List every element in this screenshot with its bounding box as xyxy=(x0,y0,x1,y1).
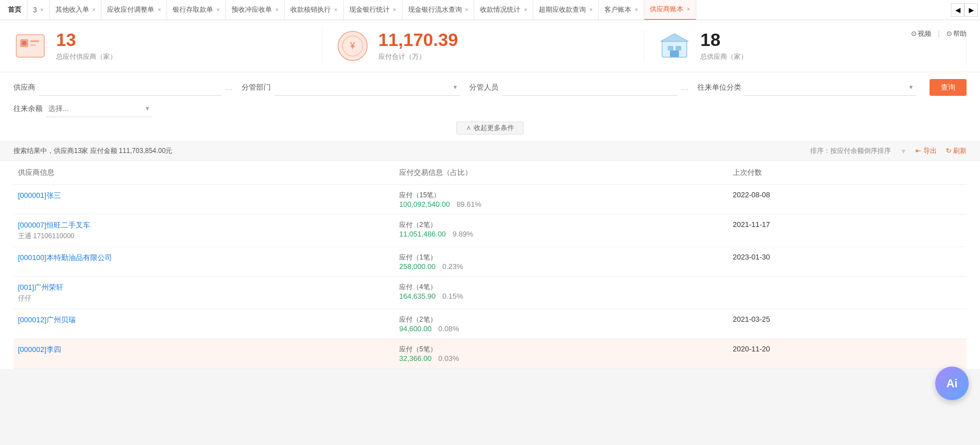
nav-tab-cash-flow[interactable]: 现金银行流水查询 × xyxy=(403,0,475,20)
tx-info-cell: 应付（2笔）11,051,486.009.89% xyxy=(395,215,728,247)
summary-card-total-payable: ¥ 11,170.39 应付合计（万） xyxy=(322,29,645,63)
customer-ledger-close[interactable]: × xyxy=(635,7,638,13)
video-link[interactable]: ⊙视频 xyxy=(911,29,931,39)
nav-tab-home[interactable]: 首页 xyxy=(2,0,27,20)
supplier-link[interactable]: [001]广州荣轩 xyxy=(18,283,63,291)
amount-link[interactable]: 164,635.90 xyxy=(399,292,436,300)
tab-3-close[interactable]: × xyxy=(40,7,44,13)
supplier-info-cell: [000100]本特勤油品有限公司 xyxy=(13,247,395,277)
supplier-icon xyxy=(658,29,691,63)
supplier-dots-btn[interactable]: ... xyxy=(225,82,232,92)
table-row: [000002]李四应付（5笔）32,366.000.03%2020-11-20 xyxy=(13,339,967,369)
sort-label[interactable]: 排序：按应付余额倒序排序 xyxy=(810,146,891,156)
nav-tab-supplier-ledger[interactable]: 供应商账本 × xyxy=(644,0,696,20)
nav-tab-collection[interactable]: 收款核销执行 × xyxy=(285,0,344,20)
nav-tab-customer-ledger[interactable]: 客户账本 × xyxy=(599,0,644,20)
amount-link[interactable]: 32,366.00 xyxy=(399,354,432,363)
last-pay-cell: 2020-11-20 xyxy=(728,339,967,369)
person-filter-input[interactable] xyxy=(502,79,677,96)
export-icon: ⇤ xyxy=(916,147,923,155)
help-link[interactable]: ⊙帮助 xyxy=(946,29,967,39)
collapse-bar: ∧ 收起更多条件 xyxy=(13,122,967,135)
filter-balance: 往来余额 ▼ xyxy=(13,100,152,117)
supplier-link[interactable]: [000007]恒旺二手叉车 xyxy=(18,221,90,229)
summary-card-payable-suppliers: 13 总应付供应商（家） xyxy=(13,29,322,63)
col-last-pay: 上次付数 xyxy=(728,161,967,185)
results-bar: 搜索结果中，供应商13家 应付金额 111,703,854.00元 排序：按应付… xyxy=(0,142,980,161)
other-income-close[interactable]: × xyxy=(93,7,96,13)
filter-area: 供应商 ... 分管部门 ▼ 分管人员 ... 往来单位分类 ▼ 查询 往来 xyxy=(0,72,980,142)
nav-tab-other-income[interactable]: 其他收入单 × xyxy=(50,0,102,20)
supplier-filter-input[interactable] xyxy=(39,79,221,96)
supplier-link[interactable]: [000100]本特勤油品有限公司 xyxy=(18,253,112,262)
col-tx-info: 应付交易信息（占比） xyxy=(395,161,728,185)
export-button[interactable]: ⇤ 导出 xyxy=(916,146,936,156)
collection-close[interactable]: × xyxy=(334,7,338,13)
collection-stats-close[interactable]: × xyxy=(524,7,527,13)
search-button[interactable]: 查询 xyxy=(930,79,967,96)
results-actions: 排序：按应付余额倒序排序 ▼ ⇤ 导出 ↻ 刷新 xyxy=(810,146,967,156)
card1-content: 13 总应付供应商（家） xyxy=(56,30,117,62)
nav-tab-overdue[interactable]: 超期应收款查询 × xyxy=(533,0,599,20)
sort-arrow-icon: ▼ xyxy=(900,147,907,155)
bank-deposit-close[interactable]: × xyxy=(216,7,220,13)
cash-flow-label: 现金银行流水查询 xyxy=(408,5,462,15)
overdue-close[interactable]: × xyxy=(589,7,593,13)
actions-divider: | xyxy=(938,29,940,39)
svg-marker-11 xyxy=(660,34,688,41)
amount-link[interactable]: 258,000.00 xyxy=(399,262,436,271)
supplier-link[interactable]: [000001]张三 xyxy=(18,191,61,200)
dept-filter-select[interactable]: ▼ xyxy=(274,79,461,96)
supplier-link[interactable]: [000002]李四 xyxy=(18,345,61,354)
nav-tab-prepay[interactable]: 预收冲应收单 × xyxy=(226,0,285,20)
tx-count-label: 应付（4笔） xyxy=(399,282,724,292)
filter-supplier: 供应商 ... xyxy=(13,79,233,96)
category-filter-input[interactable] xyxy=(745,79,909,95)
supplier-ledger-close[interactable]: × xyxy=(687,6,690,12)
nav-tab-collection-stats[interactable]: 收款情况统计 × xyxy=(474,0,533,20)
percentage-label: 0.03% xyxy=(438,354,459,363)
supplier-filter-label: 供应商 xyxy=(13,82,35,92)
percentage-label: 89.61% xyxy=(456,200,481,208)
nav-tab-bank-deposit[interactable]: 银行存取款单 × xyxy=(167,0,226,20)
nav-tab-3[interactable]: 3 × xyxy=(27,0,50,20)
refresh-button[interactable]: ↻ 刷新 xyxy=(946,146,967,156)
supplier-info-cell: [001]广州荣轩仔仔 xyxy=(13,277,395,309)
table-row: [000007]恒旺二手叉车王通 17106110000应付（2笔）11,051… xyxy=(13,215,967,247)
card3-number: 18 xyxy=(700,30,747,50)
dept-filter-input[interactable] xyxy=(274,79,453,95)
prepay-label: 预收冲应收单 xyxy=(232,5,272,15)
adjustment-close[interactable]: × xyxy=(158,7,161,13)
tx-count-label: 应付（5笔） xyxy=(399,345,724,354)
nav-tab-adjustment[interactable]: 应收应付调整单 × xyxy=(101,0,167,20)
cash-flow-close[interactable]: × xyxy=(465,7,469,13)
person-dots-btn[interactable]: ... xyxy=(681,82,688,92)
summary-area: 13 总应付供应商（家） ¥ 11,170.39 应付合计（万） xyxy=(0,20,980,72)
collapse-button[interactable]: ∧ 收起更多条件 xyxy=(456,122,523,135)
tab-3-label: 3 xyxy=(33,6,37,14)
total-icon: ¥ xyxy=(336,29,369,63)
amount-link[interactable]: 11,051,486.00 xyxy=(399,230,446,238)
last-pay-cell xyxy=(728,277,967,309)
tx-count-label: 应付（2笔） xyxy=(399,315,724,325)
tx-info-cell: 应付（1笔）258,000.000.23% xyxy=(395,247,728,277)
amount-link[interactable]: 94,600.00 xyxy=(399,325,432,333)
supplier-link[interactable]: [000012]广州贝瑞 xyxy=(18,316,76,324)
nav-next-button[interactable]: ▶ xyxy=(964,3,978,17)
tx-count-label: 应付（2笔） xyxy=(399,220,724,230)
category-filter-select[interactable]: ▼ xyxy=(745,79,917,96)
cash-bank-stats-close[interactable]: × xyxy=(393,7,396,13)
amount-link[interactable]: 100,092,540.00 xyxy=(399,200,450,208)
tx-info-cell: 应付（5笔）32,366.000.03% xyxy=(395,339,728,369)
nav-prev-button[interactable]: ◀ xyxy=(951,3,964,17)
tx-info-cell: 应付（2笔）94,600.000.08% xyxy=(395,309,728,339)
prepay-close[interactable]: × xyxy=(275,7,279,13)
nav-tab-cash-bank-stats[interactable]: 现金银行统计 × xyxy=(344,0,403,20)
person-filter-label: 分管人员 xyxy=(469,82,498,92)
customer-ledger-label: 客户账本 xyxy=(604,5,631,15)
dept-filter-label: 分管部门 xyxy=(242,82,271,92)
tx-info-cell: 应付（4笔）164,635.900.15% xyxy=(395,277,728,309)
filter-row-1: 供应商 ... 分管部门 ▼ 分管人员 ... 往来单位分类 ▼ 查询 xyxy=(13,79,967,96)
balance-filter-input[interactable] xyxy=(46,100,145,117)
balance-filter-select[interactable]: ▼ xyxy=(46,100,152,117)
